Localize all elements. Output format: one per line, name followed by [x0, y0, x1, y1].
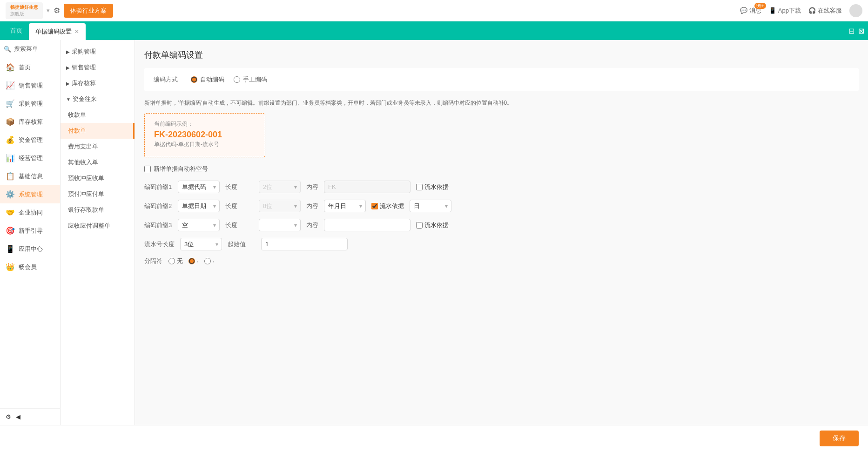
serial-checkbox-2[interactable]: [371, 203, 378, 209]
content-input-1: [324, 181, 410, 193]
sidebar-item-sales[interactable]: 📈 销售管理: [0, 76, 60, 94]
sidebar-item-cooperation[interactable]: 🤝 企业协同: [0, 203, 60, 222]
minimize-icon[interactable]: ⊟: [848, 27, 855, 35]
prefix-label-3: 编码前缀3: [144, 221, 172, 229]
sidebar-item-payment[interactable]: 付款单: [61, 123, 135, 139]
sidebar-item-expense[interactable]: 费用支出单: [61, 139, 135, 155]
prefix-select-wrapper-3: 空: [178, 219, 220, 231]
sidebar-item-inventory[interactable]: 📦 库存核算: [0, 113, 60, 131]
avatar[interactable]: [849, 4, 862, 17]
sidebar-item-pre-receipt[interactable]: 预收冲应收单: [61, 170, 135, 186]
prefix-select-3[interactable]: 空: [178, 219, 220, 231]
sep-radio-dot2[interactable]: [204, 258, 211, 264]
main-content: 付款单编码设置 编码方式 自动编码 手工编码: [135, 40, 868, 425]
tab-home[interactable]: 首页: [4, 21, 29, 40]
sep-option-dot[interactable]: ·: [188, 258, 199, 265]
separator-options: 无 · ·: [168, 257, 214, 265]
online-service-button[interactable]: 🎧 在线客服: [808, 7, 842, 15]
serial-check-3[interactable]: 流水依据: [416, 221, 449, 229]
content-label-3: 内容: [306, 221, 318, 229]
tab-close-icon[interactable]: ✕: [74, 28, 79, 35]
collapse-icon[interactable]: ◀: [16, 413, 20, 420]
group-inventory-header[interactable]: ▶ 库存核算: [61, 75, 135, 91]
code-preview-value: FK-20230602-001: [154, 130, 256, 140]
app-download-button[interactable]: 📱 App下载: [769, 7, 801, 15]
sidebar-item-home[interactable]: 🏠 首页: [0, 58, 60, 76]
manual-code-option[interactable]: 手工编码: [234, 75, 267, 84]
manual-code-radio[interactable]: [234, 76, 240, 83]
sep-radio-dot[interactable]: [188, 258, 195, 264]
sidebar-item-receipt[interactable]: 收款单: [61, 107, 135, 123]
dropdown-arrow-icon[interactable]: ▾: [47, 7, 50, 14]
settings-bottom-icon[interactable]: ⚙: [6, 413, 11, 420]
operations-icon: 📊: [6, 154, 15, 162]
sidebar-item-purchase[interactable]: 🛒 采购管理: [0, 94, 60, 113]
content-input-3[interactable]: [324, 219, 410, 231]
search-menu-button[interactable]: 🔍 搜索菜单: [0, 40, 60, 58]
length-label-1: 长度: [225, 183, 253, 191]
group-capital: ▼ 资金往来 收款单 付款单 费用支出单 其他收入单: [61, 91, 135, 234]
auto-fill-checkbox[interactable]: [144, 166, 151, 172]
group-purchase: ▶ 采购管理: [61, 44, 135, 60]
tab-code-setting[interactable]: 单据编码设置 ✕: [29, 23, 86, 40]
group-purchase-header[interactable]: ▶ 采购管理: [61, 44, 135, 60]
sep-radio-none[interactable]: [168, 258, 175, 264]
message-button[interactable]: 💬 消息 99+: [740, 7, 761, 15]
member-icon: 👑: [6, 263, 15, 271]
sidebar-item-basic[interactable]: 📋 基础信息: [0, 167, 60, 185]
maximize-icon[interactable]: ⊠: [858, 27, 864, 35]
auto-code-radio[interactable]: [191, 76, 197, 83]
group-capital-header[interactable]: ▼ 资金往来: [61, 91, 135, 107]
group-inventory: ▶ 库存核算: [61, 75, 135, 91]
group-sales-header[interactable]: ▶ 销售管理: [61, 60, 135, 75]
settings-icon[interactable]: ⚙: [54, 6, 60, 15]
sidebar-item-operations[interactable]: 📊 经营管理: [0, 149, 60, 167]
content-select-wrapper-2: 年月日: [324, 200, 366, 212]
start-value-input[interactable]: [261, 238, 348, 250]
prefix-select-wrapper-1: 单据代码: [178, 181, 220, 193]
second-sidebar: ▶ 采购管理 ▶ 销售管理 ▶ 库存核算: [61, 40, 135, 425]
length-label-3: 长度: [225, 221, 253, 229]
cooperation-icon: 🤝: [6, 208, 15, 217]
auto-code-option[interactable]: 自动编码: [191, 75, 224, 84]
sep-option-dot2[interactable]: ·: [204, 258, 215, 265]
serial-check-1[interactable]: 流水依据: [416, 183, 449, 191]
chevron-right-icon: ▶: [66, 49, 70, 54]
sidebar-item-member[interactable]: 👑 畅会员: [0, 258, 60, 276]
solution-button[interactable]: 体验行业方案: [64, 4, 113, 18]
sidebar-item-pre-payment[interactable]: 预付冲应付单: [61, 186, 135, 202]
sidebar-item-receivable-adjust[interactable]: 应收应付调整单: [61, 218, 135, 234]
save-button[interactable]: 保存: [820, 431, 859, 446]
serial-period-select[interactable]: 日: [410, 200, 451, 212]
serial-checkbox-1[interactable]: [416, 184, 423, 190]
prefix-label-1: 编码前缀1: [144, 183, 172, 191]
serial-checkbox-3[interactable]: [416, 222, 423, 229]
prefix-select-2[interactable]: 单据日期: [178, 200, 220, 212]
serial-check-2[interactable]: 流水依据: [371, 202, 404, 210]
sidebar-item-bank-deposit[interactable]: 银行存取款单: [61, 202, 135, 218]
sidebar-item-apps[interactable]: 📱 应用中心: [0, 240, 60, 258]
message-icon: 💬: [740, 7, 747, 14]
group-sales: ▶ 销售管理: [61, 60, 135, 75]
content-select-2[interactable]: 年月日: [324, 200, 366, 212]
prefix-select-1[interactable]: 单据代码: [178, 181, 220, 193]
sidebar-bottom: ⚙ ◀: [0, 408, 60, 425]
inventory-icon: 📦: [6, 117, 15, 126]
sidebar-item-other-income[interactable]: 其他收入单: [61, 155, 135, 170]
length-select-1[interactable]: 2位: [259, 181, 301, 193]
length-select-2[interactable]: 8位: [259, 200, 301, 212]
topbar-right: 💬 消息 99+ 📱 App下载 🎧 在线客服: [740, 4, 862, 17]
prefix-row-3: 编码前缀3 空 长度 内容: [144, 219, 859, 231]
length-select-3[interactable]: [259, 219, 301, 231]
serial-length-row: 流水号长度 3位 起始值: [144, 238, 859, 250]
separator-row: 分隔符 无 · ·: [144, 257, 859, 265]
sep-option-none[interactable]: 无: [168, 257, 183, 265]
sidebar-item-system[interactable]: ⚙️ 系统管理: [0, 185, 60, 203]
length-label-2: 长度: [225, 202, 253, 210]
apps-icon: 📱: [6, 244, 15, 253]
sales-icon: 📈: [6, 81, 15, 90]
serial-length-select[interactable]: 3位: [180, 238, 222, 250]
sidebar-item-finance[interactable]: 💰 资金管理: [0, 131, 60, 149]
sidebar-item-guide[interactable]: 🎯 新手引导: [0, 222, 60, 240]
auto-fill-row[interactable]: 新增单据自动补空号: [144, 165, 859, 173]
